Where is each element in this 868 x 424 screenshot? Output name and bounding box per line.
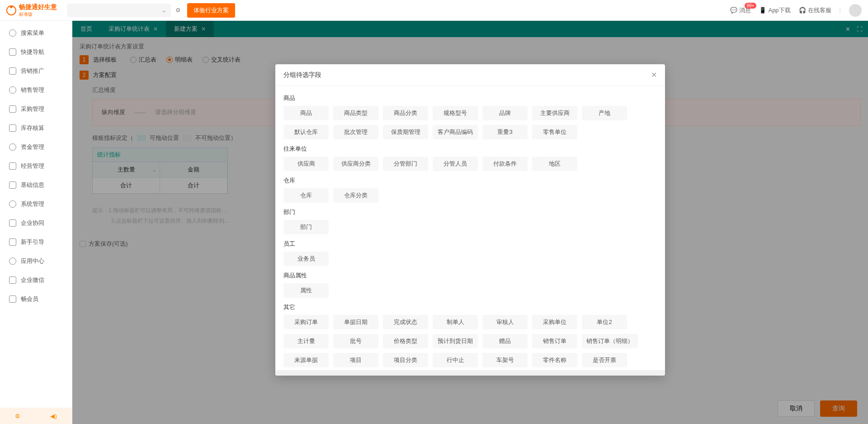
field-chip[interactable]: 预计到货日期 xyxy=(433,334,478,348)
field-chip[interactable]: 产地 xyxy=(582,106,627,120)
sidebar-item-8[interactable]: 基础信息 xyxy=(0,176,72,195)
field-chip[interactable]: 商品分类 xyxy=(383,106,428,120)
field-chip[interactable]: 属性 xyxy=(283,283,329,298)
logo-icon xyxy=(6,5,16,15)
sidebar-item-10[interactable]: 企业协同 xyxy=(0,214,72,233)
field-chip[interactable]: 仓库 xyxy=(283,188,329,203)
sidebar-item-11[interactable]: 新手引导 xyxy=(0,233,72,252)
field-chip[interactable]: 分管部门 xyxy=(383,157,428,171)
field-chip[interactable]: 是否开票 xyxy=(582,353,627,367)
field-chip[interactable]: 零件名称 xyxy=(532,353,577,367)
close-icon[interactable]: ✕ xyxy=(651,71,657,79)
app-download-button[interactable]: 📱 App下载 xyxy=(759,6,790,14)
modal-mask[interactable]: 分组待选字段 ✕ 商品商品商品类型商品分类规格型号品牌主要供应商产地默认仓库批次… xyxy=(72,21,868,424)
vip-icon xyxy=(9,295,16,303)
settings-small-icon[interactable]: ⚙ xyxy=(15,413,20,419)
sidebar-item-label: 系统管理 xyxy=(21,200,44,208)
sidebar-item-label: 畅会员 xyxy=(21,295,38,303)
avatar[interactable] xyxy=(849,4,862,17)
field-chip[interactable]: 分管人员 xyxy=(433,157,478,171)
sidebar-item-2[interactable]: 营销推广 xyxy=(0,62,72,81)
topbar: 畅捷通好生意 标准版 ⌄ ⚙ 体验行业方案 💬 消息 99+ 📱 App下载 🎧… xyxy=(0,0,868,21)
group-title: 商品属性 xyxy=(283,272,657,280)
field-chip[interactable]: 仓库分类 xyxy=(333,188,378,203)
modal-body: 商品商品商品类型商品分类规格型号品牌主要供应商产地默认仓库批次管理保质期管理客户… xyxy=(275,86,665,367)
sidebar-item-label: 搜索菜单 xyxy=(21,29,44,37)
field-chip[interactable]: 重量3 xyxy=(482,125,528,139)
field-chip[interactable]: 采购单位 xyxy=(532,315,577,329)
sidebar-item-0[interactable]: 搜索菜单 xyxy=(0,24,72,43)
field-chip[interactable]: 单据日期 xyxy=(333,315,378,329)
field-chip[interactable]: 客户商品编码 xyxy=(433,125,478,139)
messages-badge: 99+ xyxy=(745,3,757,9)
group-title: 员工 xyxy=(283,240,657,248)
sidebar-item-9[interactable]: 系统管理 xyxy=(0,195,72,214)
trial-button[interactable]: 体验行业方案 xyxy=(187,3,235,18)
sidebar-item-label: 销售管理 xyxy=(21,86,44,94)
field-chip[interactable]: 地区 xyxy=(532,157,577,171)
sidebar-item-3[interactable]: 销售管理 xyxy=(0,81,72,100)
field-chip[interactable]: 主要供应商 xyxy=(532,106,577,120)
sidebar-item-7[interactable]: 经营管理 xyxy=(0,157,72,176)
messages-button[interactable]: 💬 消息 99+ xyxy=(730,6,751,14)
field-chip[interactable]: 制单人 xyxy=(433,315,478,329)
headset-icon: 🎧 xyxy=(799,7,806,14)
sidebar-item-6[interactable]: 资金管理 xyxy=(0,138,72,157)
field-chip[interactable]: 行中止 xyxy=(433,353,478,367)
field-chip[interactable]: 供应商分类 xyxy=(333,157,378,171)
field-chip[interactable]: 商品类型 xyxy=(333,106,378,120)
field-chip[interactable]: 单位2 xyxy=(582,315,627,329)
logo: 畅捷通好生意 标准版 xyxy=(6,3,57,18)
settings-icon[interactable]: ⚙ xyxy=(175,7,181,14)
brand-name: 畅捷通好生意 xyxy=(19,3,57,11)
field-chip[interactable]: 销售订单（明细） xyxy=(582,334,638,348)
field-chip[interactable]: 零售单位 xyxy=(532,125,577,139)
field-chip[interactable]: 部门 xyxy=(283,220,329,234)
sidebar-item-13[interactable]: 企业微信 xyxy=(0,271,72,290)
tenant-select[interactable]: ⌄ xyxy=(67,4,171,17)
sidebar-item-label: 库存核算 xyxy=(21,124,44,132)
field-chip[interactable]: 价格类型 xyxy=(383,334,428,348)
search-icon xyxy=(9,29,16,37)
support-button[interactable]: 🎧 在线客服 xyxy=(799,6,831,14)
field-chip[interactable]: 车架号 xyxy=(482,353,528,367)
field-chip[interactable]: 来源单据 xyxy=(283,353,329,367)
field-chip[interactable]: 保质期管理 xyxy=(383,125,428,139)
field-chip[interactable]: 采购订单 xyxy=(283,315,329,329)
field-chip[interactable]: 审核人 xyxy=(482,315,528,329)
field-chip[interactable]: 默认仓库 xyxy=(283,125,329,139)
home-icon xyxy=(9,48,16,56)
field-chip[interactable]: 批次管理 xyxy=(333,125,378,139)
field-chip[interactable]: 销售订单 xyxy=(532,334,577,348)
field-chip[interactable]: 项目分类 xyxy=(383,353,428,367)
field-chip[interactable]: 业务员 xyxy=(283,252,329,266)
field-chip[interactable]: 付款条件 xyxy=(482,157,528,171)
topbar-right: 💬 消息 99+ 📱 App下载 🎧 在线客服 | xyxy=(730,4,862,17)
box-icon xyxy=(9,105,16,113)
sidebar-item-label: 采购管理 xyxy=(21,105,44,113)
sidebar-item-14[interactable]: 畅会员 xyxy=(0,290,72,309)
sidebar-item-1[interactable]: 快捷导航 xyxy=(0,43,72,62)
sidebar-item-12[interactable]: 应用中心 xyxy=(0,252,72,271)
field-chip[interactable]: 主计量 xyxy=(283,334,329,348)
field-group-2: 仓库仓库仓库分类 xyxy=(283,176,657,203)
team-icon xyxy=(9,219,16,227)
field-chip[interactable]: 规格型号 xyxy=(433,106,478,120)
field-chip[interactable]: 项目 xyxy=(333,353,378,367)
gift-icon xyxy=(9,67,16,75)
group-title: 其它 xyxy=(283,303,657,311)
sidebar-item-4[interactable]: 采购管理 xyxy=(0,100,72,119)
chart-icon xyxy=(9,162,16,170)
field-chip[interactable]: 赠品 xyxy=(482,334,528,348)
field-chip[interactable]: 商品 xyxy=(283,106,329,120)
group-title: 往来单位 xyxy=(283,145,657,153)
sidebar-item-label: 新手引导 xyxy=(21,238,44,246)
field-chip[interactable]: 供应商 xyxy=(283,157,329,171)
field-chip[interactable]: 完成状态 xyxy=(383,315,428,329)
field-chip[interactable]: 批号 xyxy=(333,334,378,348)
sidebar-item-label: 基础信息 xyxy=(21,181,44,189)
modal-hscroll[interactable] xyxy=(275,370,665,376)
collapse-icon[interactable]: ◀) xyxy=(50,413,57,419)
field-chip[interactable]: 品牌 xyxy=(482,106,528,120)
sidebar-item-5[interactable]: 库存核算 xyxy=(0,119,72,138)
